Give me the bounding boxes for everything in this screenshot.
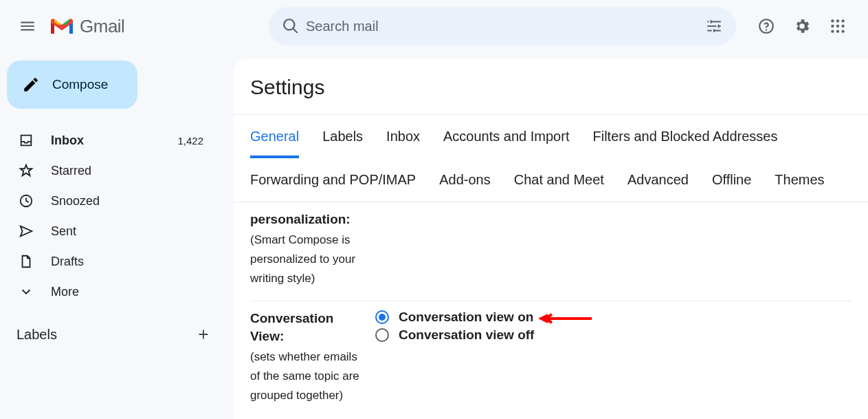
tab-forwarding-pop-imap[interactable]: Forwarding and POP/IMAP [250,158,416,202]
inbox-icon [16,133,36,148]
main-menu-button[interactable] [11,10,44,43]
tab-offline[interactable]: Offline [712,158,751,202]
option-label: Conversation view on [399,310,533,325]
svg-point-1 [836,19,839,22]
header: Gmail [0,0,868,52]
setting-row-conversation-view: Conversation View: (sets whether emails … [250,301,852,418]
tab-chat-and-meet[interactable]: Chat and Meet [514,158,604,202]
chevron-down-icon [16,284,36,299]
search-button[interactable] [276,11,306,41]
svg-point-5 [841,25,844,28]
gmail-logo: Gmail [49,16,124,37]
gmail-logo-icon [49,17,74,36]
tab-themes[interactable]: Themes [775,158,824,202]
tab-add-ons[interactable]: Add-ons [439,158,491,202]
labels-heading: Labels [16,327,57,343]
radio-conversation-view-on[interactable] [375,310,389,324]
sidebar-item-inbox[interactable]: Inbox 1,422 [0,125,220,155]
tune-icon [705,17,723,35]
tab-general[interactable]: General [250,115,299,158]
setting-label: personalization: [250,211,367,229]
help-icon [757,17,775,35]
hamburger-icon [19,17,36,35]
sidebar-item-snoozed[interactable]: Snoozed [0,186,220,216]
svg-point-3 [831,25,834,28]
setting-description: (sets whether emails of the same topic a… [250,347,367,405]
settings-tabs: General Labels Inbox Accounts and Import… [234,114,868,202]
sidebar-item-label: Sent [51,224,203,239]
compose-button[interactable]: Compose [7,61,137,109]
sidebar-item-label: Inbox [51,133,177,148]
search-input[interactable] [306,19,699,34]
svg-point-0 [831,19,834,22]
search-options-button[interactable] [699,11,729,41]
setting-label: Conversation View: [250,310,367,346]
option-conversation-view-on[interactable]: Conversation view on [375,310,852,325]
send-icon [16,224,36,239]
sidebar-item-starred[interactable]: Starred [0,155,220,186]
option-conversation-view-off[interactable]: Conversation view off [375,327,852,343]
tab-labels[interactable]: Labels [322,115,363,158]
compose-label: Compose [52,77,108,92]
add-label-button[interactable] [192,323,214,345]
sidebar-item-sent[interactable]: Sent [0,216,220,246]
svg-point-4 [836,25,839,28]
setting-row-smart-compose-personalization: personalization: (Smart Compose is perso… [250,202,852,301]
svg-point-6 [831,30,834,32]
sidebar-item-more[interactable]: More [0,277,220,307]
settings-body[interactable]: personalization: (Smart Compose is perso… [234,202,868,419]
file-icon [16,254,36,269]
settings-button[interactable] [786,10,819,43]
sidebar-item-label: Snoozed [51,194,203,208]
inbox-count: 1,422 [177,135,203,147]
annotation-arrow [537,312,592,328]
radio-conversation-view-off[interactable] [375,328,389,342]
settings-panel: Settings General Labels Inbox Accounts a… [234,59,868,419]
sidebar-item-label: More [51,285,203,299]
apps-button[interactable] [821,10,854,43]
option-label: Conversation view off [399,327,534,343]
plus-icon [196,327,211,342]
clock-icon [16,193,36,208]
tab-advanced[interactable]: Advanced [627,158,689,202]
setting-description: (Smart Compose is personalized to your w… [250,230,367,288]
gmail-logo-text: Gmail [80,16,124,37]
sidebar-item-drafts[interactable]: Drafts [0,246,220,277]
search-icon [282,17,300,35]
page-title: Settings [234,76,868,114]
header-actions [750,10,854,43]
nav-list: Inbox 1,422 Starred Snoozed Sent Drafts [0,125,234,307]
tab-filters-and-blocked[interactable]: Filters and Blocked Addresses [592,115,777,158]
support-button[interactable] [750,10,783,43]
sidebar-item-label: Starred [51,164,203,178]
pencil-icon [22,76,40,94]
sidebar: Compose Inbox 1,422 Starred Snoozed Sent [0,52,234,419]
tab-accounts-and-import[interactable]: Accounts and Import [443,115,569,158]
search-bar[interactable] [269,7,736,45]
svg-point-7 [836,30,839,32]
apps-grid-icon [829,17,847,35]
gear-icon [793,17,811,35]
svg-point-2 [841,19,844,22]
star-icon [16,163,36,178]
tab-inbox[interactable]: Inbox [386,115,420,158]
svg-point-8 [841,30,844,32]
sidebar-item-label: Drafts [51,255,203,269]
labels-heading-row: Labels [0,307,234,345]
